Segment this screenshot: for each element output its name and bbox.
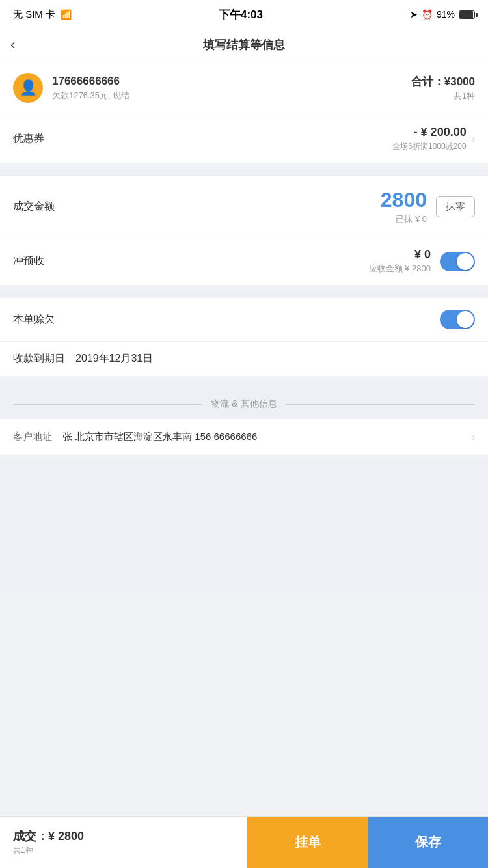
no-sim-text: 无 SIM 卡 — [13, 8, 55, 21]
coupon-right: - ¥ 200.00 全场6折满1000减200 — [392, 126, 466, 152]
user-info-section: 👤 17666666666 欠款1276.35元, 现结 合计：¥3000 共1… — [0, 61, 488, 163]
prepay-sub: 应收金额 ¥ 2800 — [369, 263, 431, 275]
coupon-label: 优惠券 — [13, 132, 44, 146]
separator-2 — [0, 292, 488, 298]
bottom-deal: 成交：¥ 2800 — [13, 828, 234, 844]
amount-value-block: 2800 已抹 ¥ 0 — [381, 188, 427, 225]
coupon-row[interactable]: 优惠券 - ¥ 200.00 全场6折满1000减200 › — [0, 115, 488, 163]
avatar: 👤 — [13, 73, 43, 103]
prepay-right: ¥ 0 应收金额 ¥ 2800 — [369, 248, 475, 275]
deal-amount: ¥ 2800 — [48, 830, 84, 843]
status-right: ➤ ⏰ 91% — [410, 9, 475, 20]
debt-label: 本单赊欠 — [13, 313, 55, 327]
address-section: 客户地址 张 北京市市辖区海淀区永丰南 156 66666666 › — [0, 419, 488, 455]
location-icon: ➤ — [410, 9, 418, 20]
amount-row: 成交金额 2800 已抹 ¥ 0 抹零 — [0, 176, 488, 237]
separator-3 — [0, 383, 488, 389]
content: 👤 17666666666 欠款1276.35元, 现结 合计：¥3000 共1… — [0, 61, 488, 650]
debt-toggle-knob — [457, 311, 474, 328]
page-title: 填写结算等信息 — [203, 37, 285, 53]
coupon-desc: 全场6折满1000减200 — [392, 141, 466, 152]
user-sub: 欠款1276.35元, 现结 — [52, 90, 129, 102]
total-value: 合计：¥3000 — [411, 74, 475, 89]
amount-label: 成交金额 — [13, 200, 55, 213]
hold-button[interactable]: 挂单 — [247, 817, 368, 869]
coupon-discount: - ¥ 200.00 — [392, 126, 466, 139]
logistics-text: 物流 & 其他信息 — [211, 398, 277, 410]
duedate-label: 收款到期日 — [13, 352, 65, 366]
prepay-amount: ¥ 0 — [369, 248, 431, 262]
status-time: 下午4:03 — [219, 7, 263, 22]
address-row[interactable]: 客户地址 张 北京市市辖区海淀区永丰南 156 66666666 › — [0, 419, 488, 455]
avatar-icon: 👤 — [20, 79, 37, 96]
prepay-row: 冲预收 ¥ 0 应收金额 ¥ 2800 — [0, 237, 488, 285]
amount-sub: 已抹 ¥ 0 — [381, 213, 427, 225]
divider-line-left — [13, 404, 202, 405]
bottom-summary: 成交：¥ 2800 共1种 — [0, 828, 247, 856]
coupon-chevron: › — [472, 133, 475, 145]
empty-space — [0, 461, 488, 591]
bottom-count: 共1种 — [13, 845, 234, 856]
battery-percent: 91% — [437, 9, 455, 20]
user-info-row: 👤 17666666666 欠款1276.35元, 现结 合计：¥3000 共1… — [0, 61, 488, 115]
user-left: 👤 17666666666 欠款1276.35元, 现结 — [13, 73, 129, 103]
debt-toggle[interactable] — [440, 310, 475, 329]
user-phone: 17666666666 — [52, 75, 129, 88]
battery-icon — [459, 10, 475, 19]
status-bar: 无 SIM 卡 📶 下午4:03 ➤ ⏰ 91% — [0, 0, 488, 29]
divider-line-right — [286, 404, 475, 405]
amount-right: 2800 已抹 ¥ 0 抹零 — [381, 188, 475, 225]
amount-big: 2800 — [381, 188, 427, 212]
address-chevron: › — [472, 431, 475, 443]
amount-section: 成交金额 2800 已抹 ¥ 0 抹零 冲预收 ¥ 0 应收金额 ¥ 2800 — [0, 176, 488, 285]
total-count: 共1种 — [411, 90, 475, 102]
save-button[interactable]: 保存 — [368, 817, 488, 869]
nav-bar: ‹ 填写结算等信息 — [0, 29, 488, 61]
bottom-bar: 成交：¥ 2800 共1种 挂单 保存 — [0, 816, 488, 868]
duedate-value: 2019年12月31日 — [75, 352, 153, 366]
prepay-value-block: ¥ 0 应收金额 ¥ 2800 — [369, 248, 431, 275]
prepay-label: 冲预收 — [13, 254, 44, 268]
separator-1 — [0, 170, 488, 176]
debt-row: 本单赊欠 — [0, 298, 488, 341]
address-value: 张 北京市市辖区海淀区永丰南 156 66666666 — [62, 431, 461, 443]
toggle-knob — [457, 253, 474, 270]
logistics-divider: 物流 & 其他信息 — [0, 389, 488, 419]
round-button[interactable]: 抹零 — [436, 196, 475, 217]
user-details: 17666666666 欠款1276.35元, 现结 — [52, 75, 129, 102]
user-right: 合计：¥3000 共1种 — [411, 74, 475, 102]
address-label: 客户地址 — [13, 431, 52, 443]
debt-section: 本单赊欠 收款到期日 2019年12月31日 — [0, 298, 488, 376]
duedate-row: 收款到期日 2019年12月31日 — [0, 341, 488, 376]
back-button[interactable]: ‹ — [5, 31, 20, 59]
deal-label: 成交： — [13, 830, 48, 843]
coupon-right-area: - ¥ 200.00 全场6折满1000减200 › — [392, 126, 475, 152]
alarm-icon: ⏰ — [422, 9, 433, 20]
battery-fill — [459, 11, 473, 18]
status-left: 无 SIM 卡 📶 — [13, 8, 72, 21]
prepay-toggle[interactable] — [440, 252, 475, 271]
wifi-icon: 📶 — [61, 9, 72, 20]
